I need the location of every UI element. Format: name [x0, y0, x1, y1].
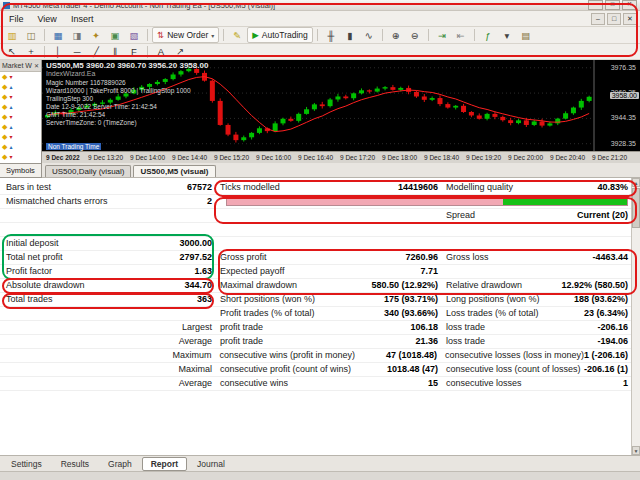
title-bar: MT4500 MetaTrader 4 - Demo Account - Non… [0, 0, 640, 11]
chart-comment-line: ServerTimeZone: 0 (TimeZone) [46, 119, 191, 127]
spacer [438, 335, 446, 348]
auto-scroll-icon[interactable]: ⇥ [433, 27, 451, 43]
symbol-row[interactable]: ◆▴ [0, 142, 41, 152]
vertical-line-icon[interactable]: │ [49, 44, 67, 60]
price-up-icon: ▴ [9, 82, 12, 92]
templates-icon[interactable]: ▤ [517, 27, 535, 43]
new-order-button-label: New Order [167, 30, 208, 40]
fibonacci-icon[interactable]: F [125, 44, 143, 60]
cursor-icon[interactable]: ↖ [3, 44, 21, 60]
market-watch-close-icon[interactable]: ✕ [34, 62, 39, 69]
child-close-button[interactable]: ✕ [623, 13, 637, 25]
spacer [212, 377, 220, 390]
indicators-icon[interactable]: ƒ [479, 27, 497, 43]
menu-item-insert[interactable]: Insert [64, 13, 101, 25]
spacer [212, 209, 220, 222]
current-price-tag: 3958.00 [610, 92, 639, 99]
report-scrollbar[interactable]: ▲ ▼ [631, 178, 640, 455]
spacer [438, 321, 446, 334]
arrows-icon[interactable]: ↗ [171, 44, 189, 60]
symbol-row[interactable]: ◆▴ [0, 122, 41, 132]
chart-tab[interactable]: US500,Daily (visual) [45, 165, 131, 177]
toolbar-separator [382, 29, 383, 41]
periods-icon[interactable]: ▾ [498, 27, 516, 43]
report-row: Largestprofit trade106.18loss trade-206.… [0, 321, 640, 335]
spacer [212, 321, 220, 334]
symbol-row[interactable]: ◆▾ [0, 112, 41, 122]
price-down-icon: ▾ [9, 72, 12, 82]
strategy-tester-icon[interactable]: ▧ [125, 27, 143, 43]
new-order-button[interactable]: ⇅New Order▾ [152, 27, 219, 43]
zoom-in-icon[interactable]: ⊕ [387, 27, 405, 43]
new-chart-icon[interactable]: ▥ [3, 27, 21, 43]
new-order-icon: ⇅ [157, 30, 164, 40]
metaeditor-icon[interactable]: ✎ [228, 27, 246, 43]
chart-shift-icon[interactable]: ⇤ [452, 27, 470, 43]
minimize-button[interactable]: – [588, 0, 603, 10]
symbol-row[interactable]: ◆▾ [0, 92, 41, 102]
tab-settings[interactable]: Settings [2, 457, 51, 471]
tab-graph[interactable]: Graph [99, 457, 141, 471]
bar-chart-icon: ╫ [327, 30, 334, 41]
trendline-icon[interactable]: ╱ [87, 44, 105, 60]
chart-ohlc-line: US500,M5 3960.20 3960.70 3956.20 3958.00 [46, 61, 208, 70]
candlestick-chart-icon[interactable]: ▮ [341, 27, 359, 43]
spacer [438, 223, 446, 236]
child-minimize-button[interactable]: – [591, 13, 605, 25]
time-axis-label: 9 Dec 13:20 [88, 154, 123, 161]
spacer [437, 349, 445, 362]
strategy-tester-icon: ▧ [130, 30, 139, 41]
scroll-up-icon[interactable]: ▲ [632, 178, 640, 187]
symbol-row[interactable]: ◆▴ [0, 82, 41, 92]
price-axis-label: 3976.35 [611, 64, 636, 71]
autotrading-button[interactable]: ▶AutoTrading [247, 27, 313, 43]
price-chart[interactable]: US500,M5 3960.20 3960.70 3956.20 3958.00… [42, 60, 640, 151]
spacer [212, 307, 220, 320]
line-chart-icon[interactable]: ∿ [360, 27, 378, 43]
status-bar [0, 471, 640, 480]
text-label-icon: A [158, 46, 164, 57]
symbol-row[interactable]: ◆▴ [0, 102, 41, 112]
close-button[interactable]: ✕ [622, 0, 637, 10]
zoom-out-icon[interactable]: ⊖ [406, 27, 424, 43]
channel-icon[interactable]: ∥ [106, 44, 124, 60]
text-label-icon[interactable]: A [152, 44, 170, 60]
toolbar-separator [147, 46, 148, 58]
profiles-icon[interactable]: ◫ [22, 27, 40, 43]
navigator-icon[interactable]: ✦ [87, 27, 105, 43]
spacer [212, 181, 220, 194]
report-row: Total net profit2797.52Gross profit7260.… [0, 251, 640, 265]
symbol-row[interactable]: ◆▾ [0, 152, 41, 162]
spacer [212, 363, 220, 376]
data-window-icon[interactable]: ◨ [68, 27, 86, 43]
symbol-row[interactable]: ◆▾ [0, 72, 41, 82]
child-restore-button[interactable]: □ [607, 13, 621, 25]
report-row: Averageprofit trade21.36loss trade-194.0… [0, 335, 640, 349]
navigator-icon: ✦ [92, 30, 100, 41]
menu-item-file[interactable]: File [2, 13, 31, 25]
backtest-report: Bars in test67572Ticks modelled14419606M… [0, 178, 640, 455]
restore-button[interactable]: □ [605, 0, 620, 10]
symbol-diamond-icon: ◆ [2, 92, 7, 102]
scroll-down-icon[interactable]: ▼ [632, 446, 640, 455]
market-watch-icon[interactable]: ▦ [49, 27, 67, 43]
drawing-toolbar: ↖+│─╱∥FA↗ [0, 44, 640, 60]
horizontal-line-icon: ─ [74, 46, 81, 57]
tab-report[interactable]: Report [142, 457, 187, 471]
symbol-row[interactable]: ◆▾ [0, 132, 41, 142]
menu-item-view[interactable]: View [31, 13, 64, 25]
tab-results[interactable]: Results [52, 457, 98, 471]
bar-chart-icon[interactable]: ╫ [322, 27, 340, 43]
tab-journal[interactable]: Journal [188, 457, 234, 471]
scrollbar-thumb[interactable] [632, 188, 640, 228]
report-label: consecutive wins (profit in money) [219, 349, 367, 362]
symbol-diamond-icon: ◆ [2, 82, 7, 92]
horizontal-line-icon[interactable]: ─ [68, 44, 86, 60]
report-label: Relative drawdown [446, 279, 561, 292]
report-row: Maximalconsecutive profit (count of wins… [0, 363, 640, 377]
crosshair-icon[interactable]: + [22, 44, 40, 60]
tab-symbols[interactable]: Symbols [0, 163, 42, 178]
spacer [438, 265, 446, 278]
terminal-icon[interactable]: ▣ [106, 27, 124, 43]
chart-tab[interactable]: US500,M5 (visual) [133, 165, 215, 177]
